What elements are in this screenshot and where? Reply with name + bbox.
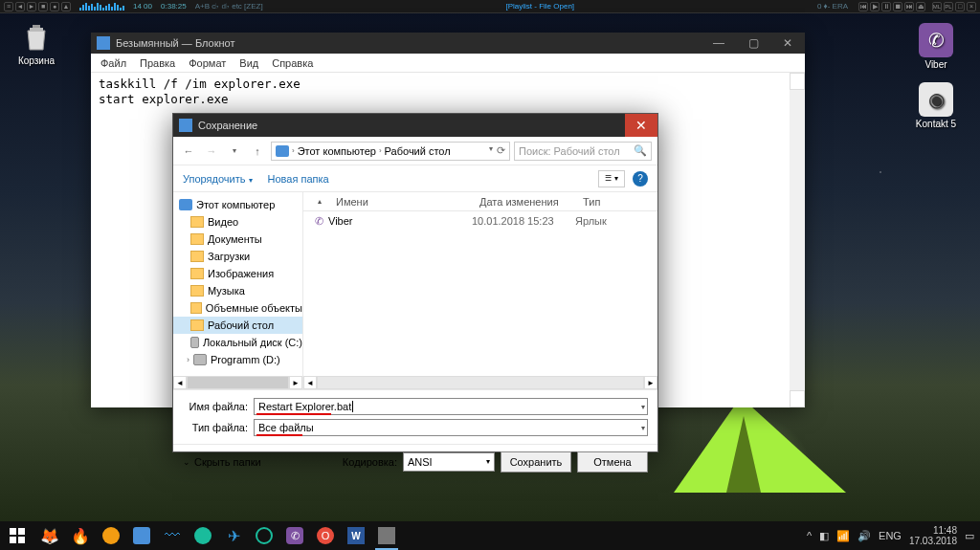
desktop-icon-label: Viber [907,59,965,70]
tree-node: Видео [173,213,302,231]
col-name[interactable]: Имени [328,196,472,208]
system-tray[interactable]: ^ ◧ 📶 🔊 ENG 11:48 17.03.2018 ▭ [807,521,980,550]
notepad-title: Безымянный — Блокнот [116,37,234,49]
notepad-content[interactable]: taskkill /f /im explorer.exe start explo… [91,73,805,111]
menu-format[interactable]: Формат [189,57,226,69]
dialog-footer: ⌄ Скрыть папки Кодировка: ANSI▾ Сохранит… [173,444,657,478]
close-button[interactable]: ✕ [625,114,657,137]
close-button[interactable]: ✕ [770,33,805,54]
tray-volume-icon[interactable]: 🔊 [858,530,871,542]
address-bar[interactable]: › Этот компьютер › Рабочий стол ▾⟳ [271,142,510,161]
taskbar-icon[interactable]: ✈ [218,521,249,550]
recycle-bin[interactable]: Корзина [11,21,61,66]
folder-tree[interactable]: Этот компьютер Видео Документы Загрузки … [173,192,303,389]
search-input[interactable]: Поиск: Рабочий стол 🔍 [514,142,652,161]
taskbar-icon[interactable]: 〰 [157,521,188,550]
taskbar-icon[interactable] [188,521,218,550]
forward-button[interactable]: → [202,142,221,161]
taskbar-icon[interactable]: O [310,521,341,550]
file-scrollbar[interactable]: ◄► [303,376,657,389]
refresh-icon[interactable]: ⟳ [497,144,505,157]
up-button[interactable]: ↑ [248,142,267,161]
organize-button[interactable]: Упорядочить ▾ [183,173,253,185]
desktop-icon-viber[interactable]: ✆ Viber [907,23,965,70]
save-button[interactable]: Сохранить [501,451,571,473]
svg-rect-2 [18,528,25,535]
viber-icon: ✆ [309,215,328,228]
tray-lang[interactable]: ENG [879,530,902,541]
save-dialog-titlebar[interactable]: Сохранение ✕ [173,114,657,137]
encoding-select[interactable]: ANSI▾ [403,452,495,472]
taskbar-icon[interactable]: 🦊 [34,521,65,550]
chevron-down-icon: ⌄ [183,457,190,467]
winamp-track: 14 00 [133,2,152,11]
tree-node: Документы [173,231,302,248]
maximize-button[interactable]: ▢ [736,33,770,54]
winamp-left-buttons[interactable]: ≡◄►■●▲ [4,2,71,11]
svg-rect-3 [10,537,16,543]
notepad-icon [97,36,110,50]
cancel-button[interactable]: Отмена [577,451,648,473]
new-folder-button[interactable]: Новая папка [268,173,329,185]
dropdown-icon[interactable]: ▾ [641,403,645,411]
desktop-icon-kontakt[interactable]: ◉ Kontakt 5 [907,82,965,129]
winamp-transport-buttons[interactable]: ⏮▶⏸⏹⏭⏏ [858,2,925,11]
taskbar-icon[interactable] [96,521,126,550]
filename-label: Имя файла: [183,401,248,412]
taskbar-icon[interactable] [126,521,157,550]
file-date: 10.01.2018 15:23 [472,215,575,227]
filename-input[interactable]: Restart Explorer.bat ▾ [254,398,648,415]
taskbar-icon[interactable]: 🔥 [65,521,96,550]
col-type[interactable]: Тип [575,196,633,208]
menu-edit[interactable]: Правка [140,57,175,69]
tree-node: Этот компьютер [173,196,302,213]
expand-icon[interactable]: ▴ [303,197,328,206]
taskbar-icon[interactable]: ✆ [279,521,310,550]
nav-bar: ← → ▾ ↑ › Этот компьютер › Рабочий стол … [173,137,657,165]
desktop-icon-label: Kontakt 5 [907,119,965,129]
recent-button[interactable]: ▾ [225,142,244,161]
back-button[interactable]: ← [179,142,198,161]
tray-app-icon[interactable]: ◧ [819,530,829,542]
dropdown-icon[interactable]: ▾ [489,144,493,157]
path-seg[interactable]: Рабочий стол [385,145,451,157]
winamp-window-buttons[interactable]: MLPL□× [932,2,976,11]
path-seg[interactable]: Этот компьютер [298,145,376,157]
winamp-extra: A+B c♭ d♭ etc [ZEZ] [195,2,263,11]
dropdown-icon[interactable]: ▾ [641,424,645,432]
filetype-select[interactable]: Все файлы ▾ [254,419,648,436]
menu-view[interactable]: Вид [239,57,258,69]
notepad-menu: Файл Правка Формат Вид Справка [91,54,805,73]
equalizer-icon [79,3,124,11]
tray-clock[interactable]: 11:48 17.03.2018 [909,525,957,546]
save-dialog-icon [179,119,192,132]
notepad-titlebar[interactable]: Безымянный — Блокнот — ▢ ✕ [91,33,805,54]
menu-help[interactable]: Справка [272,57,313,69]
tray-notifications-icon[interactable]: ▭ [965,530,974,542]
minimize-button[interactable]: — [702,33,736,54]
view-button[interactable]: ☰ ▾ [598,170,625,187]
vertical-scrollbar[interactable] [790,73,805,407]
tree-node: Локальный диск (C:) [173,334,302,351]
help-icon[interactable]: ? [633,171,648,187]
file-row[interactable]: ✆ Viber 10.01.2018 15:23 Ярлык [303,211,657,231]
recycle-bin-icon [20,21,53,54]
file-list[interactable]: ▴ Имени Дата изменения Тип ✆ Viber 10.01… [303,192,657,389]
start-button[interactable] [0,521,34,550]
winamp-bar[interactable]: ≡◄►■●▲ 14 00 0:38:25 A+B c♭ d♭ etc [ZEZ]… [0,0,980,13]
filename-fields: Имя файла: Restart Explorer.bat ▾ Тип фа… [173,389,657,444]
tray-chevron-icon[interactable]: ^ [807,530,812,541]
tray-network-icon[interactable]: 📶 [836,530,850,542]
viber-icon: ✆ [919,23,953,57]
file-list-header[interactable]: ▴ Имени Дата изменения Тип [303,192,657,211]
filetype-label: Тип файла: [183,422,248,433]
tree-scrollbar[interactable]: ◄► [173,376,302,389]
col-date[interactable]: Дата изменения [472,196,575,208]
winamp-right-text: 0 ♦- ERA [817,2,848,11]
hide-folders-button[interactable]: ⌄ Скрыть папки [183,456,261,468]
taskbar-icon-notepad[interactable] [371,521,402,550]
taskbar-icon[interactable] [249,521,279,550]
taskbar[interactable]: 🦊 🔥 〰 ✈ ✆ O W ^ ◧ 📶 🔊 ENG 11:48 17.03.20… [0,521,980,550]
menu-file[interactable]: Файл [100,57,126,69]
taskbar-icon[interactable]: W [341,521,371,550]
